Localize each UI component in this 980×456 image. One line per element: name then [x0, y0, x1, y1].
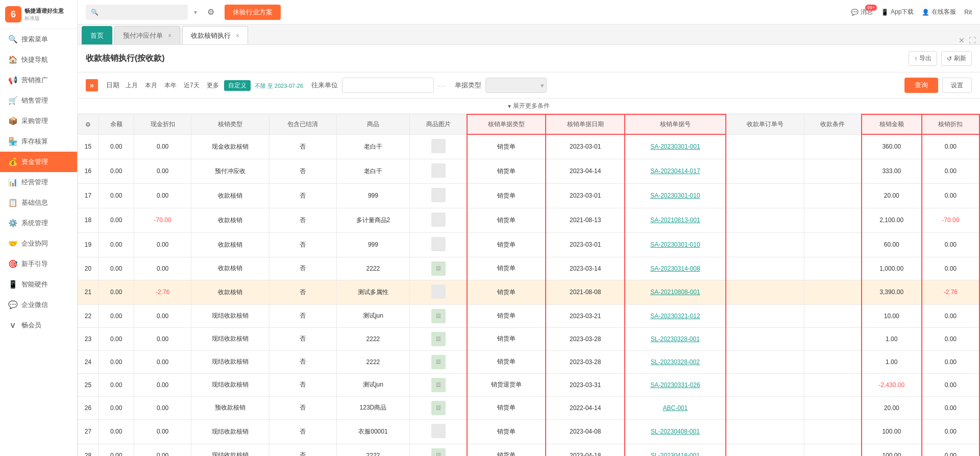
close-icon[interactable]: ×: [168, 32, 172, 39]
cell-writeoff-date: 2022-04-14: [546, 396, 624, 419]
cell-writeoff-type: 现结收款核销: [191, 373, 269, 396]
cell-writeoff-no[interactable]: SA-20230331-026: [625, 373, 726, 396]
app-download-button[interactable]: 📱 App下载: [881, 8, 914, 16]
cell-include-settled: 否: [269, 396, 336, 419]
cell-writeoff-no[interactable]: SA-20230314-008: [625, 257, 726, 280]
close-icon[interactable]: ×: [236, 32, 239, 39]
sidebar-item-operations[interactable]: 📊 经营管理: [0, 172, 77, 193]
cell-writeoff-amount: -2,430.00: [862, 373, 922, 396]
maximize-icon[interactable]: ⛶: [969, 36, 976, 44]
table-row: 18 0.00 -70.00 收款核销 否 多计量商品2 销货单 2021-08…: [78, 208, 980, 232]
cell-writeoff-no[interactable]: SA-20230414-017: [625, 159, 726, 183]
cell-cash-discount: 0.00: [134, 304, 191, 327]
filter-expand-button[interactable]: »: [86, 79, 98, 91]
sidebar-item-basic[interactable]: 📋 基础信息: [0, 193, 77, 213]
sidebar-item-finance[interactable]: 💰 资金管理: [0, 152, 77, 172]
table-row: 16 0.00 0.00 预付冲应收 否 老白干 销货单 2023-04-14 …: [78, 159, 980, 183]
export-button[interactable]: ↑ 导出: [909, 51, 937, 66]
col-settings[interactable]: ⚙: [78, 114, 99, 134]
cell-receipt-order-no: [726, 159, 804, 183]
sidebar-item-wechat[interactable]: 💬 企业微信: [0, 295, 77, 315]
cell-writeoff-amount: 60.00: [862, 232, 922, 257]
col-goods-img: 商品图片: [410, 114, 467, 134]
counterpart-input[interactable]: [342, 78, 434, 93]
date-more-btn[interactable]: 更多: [205, 80, 221, 91]
sidebar-item-system[interactable]: ⚙️ 系统管理: [0, 213, 77, 233]
cell-writeoff-no[interactable]: SL-20230418-001: [625, 444, 726, 456]
cell-writeoff-no[interactable]: SA-20230301-010: [625, 232, 726, 257]
industry-solution-button[interactable]: 休验行业方案: [225, 5, 281, 20]
cell-goods-img: 🖼: [410, 350, 467, 373]
service-icon: 👤: [922, 9, 929, 16]
sidebar-item-label: 采购管理: [21, 116, 48, 126]
cell-writeoff-no[interactable]: SL-20230408-001: [625, 419, 726, 444]
data-table-container[interactable]: ⚙ 余额 现金折扣 核销类型 包含已结清 商品 商品图片 核销单据类型 核销单据…: [78, 114, 980, 456]
cell-cash-discount: 0.00: [134, 350, 191, 373]
cell-writeoff-discount: 0.00: [922, 419, 979, 444]
date-7days-btn[interactable]: 近7天: [182, 80, 202, 91]
message-button[interactable]: 💬 消息 99+: [851, 8, 873, 16]
sidebar-item-quicknav[interactable]: 🏠 快捷导航: [0, 50, 77, 70]
col-receipt-condition: 收款条件: [804, 114, 861, 134]
sidebar-item-label: 销售管理: [21, 96, 48, 105]
sidebar-item-sales[interactable]: 🛒 销售管理: [0, 90, 77, 111]
sidebar-item-inventory[interactable]: 🏪 库存核算: [0, 131, 77, 152]
cell-writeoff-date: 2023-03-01: [546, 134, 624, 159]
search-input-box[interactable]: 🔍: [86, 5, 188, 20]
settings-button[interactable]: 设置: [942, 78, 972, 93]
filter-row: » 日期 上月 本月 本年 近7天 更多 自定义 不限 至 2023-07-26: [86, 78, 972, 93]
refresh-button[interactable]: ↺ 刷新: [941, 51, 972, 66]
handshake-icon: 🤝: [8, 239, 17, 248]
cell-receipt-condition: [804, 159, 861, 183]
close-window-icon[interactable]: ✕: [959, 36, 965, 44]
sidebar-item-search[interactable]: 🔍 搜索菜单: [0, 29, 77, 50]
cell-receipt-order-no: [726, 257, 804, 280]
col-writeoff-no: 核销单据号: [625, 114, 726, 134]
col-include-settled: 包含已结清: [269, 114, 336, 134]
query-button[interactable]: 查询: [904, 78, 938, 93]
sidebar-item-hardware[interactable]: 📱 智能硬件: [0, 274, 77, 295]
order-type-select[interactable]: [485, 78, 547, 93]
cell-writeoff-amount: 20.00: [862, 396, 922, 419]
cell-balance: 0.00: [99, 280, 134, 304]
money-icon: 💰: [8, 157, 17, 166]
expand-more-button[interactable]: ▾ 展开更多条件: [508, 102, 550, 110]
sidebar-item-guide[interactable]: 🎯 新手引导: [0, 254, 77, 274]
counterpart-label: 往来单位: [311, 81, 338, 90]
date-last-month-btn[interactable]: 上月: [124, 80, 140, 91]
page-actions: ↑ 导出 ↺ 刷新: [909, 51, 972, 66]
sidebar-item-member[interactable]: V 畅会员: [0, 315, 77, 335]
cell-cash-discount: 0.00: [134, 444, 191, 456]
app-edition: 标准版: [24, 15, 64, 22]
sidebar-item-label: 资金管理: [21, 157, 48, 166]
sidebar-item-purchase[interactable]: 📦 采购管理: [0, 111, 77, 131]
cell-writeoff-no[interactable]: SA-20230301-010: [625, 183, 726, 208]
online-service-button[interactable]: 👤 在线客服: [922, 8, 956, 16]
date-this-month-btn[interactable]: 本月: [143, 80, 159, 91]
settings-icon-topbar[interactable]: ⚙: [203, 5, 218, 20]
cell-writeoff-discount: -2.76: [922, 280, 979, 304]
cell-writeoff-no[interactable]: SL-20230328-002: [625, 350, 726, 373]
tab-prepay-label: 预付冲应付单: [123, 31, 163, 40]
sidebar-item-enterprise[interactable]: 🤝 企业协同: [0, 233, 77, 254]
date-custom-btn[interactable]: 自定义: [224, 80, 251, 91]
tab-home[interactable]: 首页: [82, 26, 112, 44]
tab-writeoff[interactable]: 收款核销执行 ×: [182, 26, 248, 44]
cell-writeoff-no[interactable]: SA-20210808-001: [625, 280, 726, 304]
sidebar-item-label: 营销推广: [21, 76, 48, 85]
filter-action-buttons: 查询 设置: [904, 78, 972, 93]
sidebar-item-marketing[interactable]: 📢 营销推广: [0, 70, 77, 90]
cell-goods-img: [410, 208, 467, 232]
cell-writeoff-no[interactable]: SA-20230321-012: [625, 304, 726, 327]
dropdown-arrow[interactable]: ▾: [194, 9, 197, 16]
tab-prepay[interactable]: 预付冲应付单 ×: [114, 26, 180, 44]
cell-writeoff-no[interactable]: SA-20210813-001: [625, 208, 726, 232]
user-avatar[interactable]: Rit: [964, 9, 972, 16]
date-this-year-btn[interactable]: 本年: [162, 80, 179, 91]
cell-writeoff-no[interactable]: ABC-001: [625, 396, 726, 419]
cell-include-settled: 否: [269, 208, 336, 232]
cell-writeoff-no[interactable]: SA-20230301-001: [625, 134, 726, 159]
app-label: App下载: [891, 8, 914, 16]
cell-writeoff-no[interactable]: SL-20230328-001: [625, 327, 726, 350]
cell-num: 24: [78, 350, 99, 373]
